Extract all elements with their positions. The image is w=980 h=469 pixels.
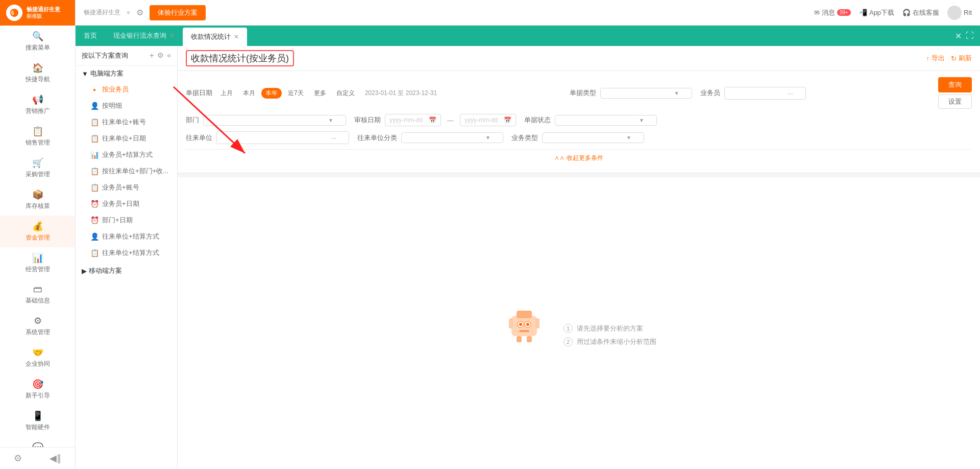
scheme-item-dept-date[interactable]: ⏰ 部门+日期 (76, 212, 177, 228)
scheme-item-partner-settle1[interactable]: 👤 往来单位+结算方式 (76, 228, 177, 245)
review-date-start[interactable]: yyyy-mm-dd 📅 (385, 114, 441, 126)
svg-rect-3 (517, 311, 532, 318)
sidebar-item-inventory[interactable]: 📦 库存核算 (0, 184, 75, 216)
app-logo: 6 畅捷通好生意 标准版 (0, 0, 75, 26)
sidebar-item-purchase[interactable]: 🛒 采购管理 (0, 152, 75, 184)
sidebar-item-enterprise[interactable]: 🤝 企业协同 (0, 342, 75, 373)
calendar-end-icon[interactable]: 📅 (504, 116, 511, 124)
scheme-item-partner-account[interactable]: 📋 往来单位+账号 (76, 114, 177, 130)
top-header: 畅捷通好生意 ▾ ⚙ 体验行业方案 ✉ 消息 99+ 📲 App下载 🎧 在线客… (76, 0, 980, 26)
scheme-item-partner-date[interactable]: 📋 往来单位+日期 (76, 130, 177, 147)
mobile-section-title[interactable]: ▶ 移动端方案 (76, 263, 177, 278)
settings-button[interactable]: 设置 (938, 95, 972, 109)
partner-category-select[interactable]: ▼ (401, 132, 503, 143)
trial-button[interactable]: 体验行业方案 (150, 5, 206, 20)
date-tab-more[interactable]: 更多 (310, 88, 330, 99)
salesperson-dots[interactable]: ··· (788, 89, 793, 97)
header-left: 畅捷通好生意 ▾ ⚙ 体验行业方案 (84, 5, 206, 20)
query-button[interactable]: 查询 (938, 77, 972, 92)
empty-step-1: 1 请先选择要分析的方案 (564, 324, 656, 333)
date-tab-custom[interactable]: 自定义 (332, 88, 359, 99)
date-tab-this-month[interactable]: 本月 (239, 88, 259, 99)
tab-collection-stats[interactable]: 收款情况统计 ✕ (183, 28, 247, 46)
system-icon: ⚙ (34, 315, 42, 326)
partner-select[interactable]: ··· (216, 131, 349, 144)
message-icon: ✉ (814, 9, 820, 16)
salesperson-select[interactable]: ··· (724, 87, 806, 100)
sidebar-item-newbie[interactable]: 🎯 新手引导 (0, 373, 75, 405)
sidebar-item-operation[interactable]: 📊 经营管理 (0, 247, 75, 279)
tab-close-all-btn[interactable]: ✕ (955, 31, 962, 41)
review-date-end-placeholder: yyyy-mm-dd (464, 116, 498, 124)
scheme-item-by-salesperson[interactable]: ● 按业务员 (76, 81, 177, 98)
sidebar-item-smart-hw[interactable]: 📱 智能硬件 (0, 405, 75, 437)
biz-type-arrow: ▼ (626, 135, 631, 140)
online-support-btn[interactable]: 🎧 在线客服 (902, 8, 939, 17)
doc-type-select[interactable]: ▼ (600, 88, 692, 99)
scheme-item-salesperson-date[interactable]: ⏰ 业务员+日期 (76, 196, 177, 212)
partner-dots[interactable]: ··· (331, 134, 336, 142)
notification-btn[interactable]: ✉ 消息 99+ (814, 8, 851, 17)
tab-bank-flow[interactable]: 现金银行流水查询 ✕ (105, 26, 183, 46)
left-panel-header: 按以下方案查询 + ⚙ « (76, 46, 177, 66)
export-button[interactable]: ↑ 导出 (926, 54, 945, 63)
date-tab-this-year[interactable]: 本年 (261, 88, 282, 99)
refresh-button[interactable]: ↻ 刷新 (951, 54, 972, 63)
sidebar-item-finance[interactable]: 💰 资金管理 (0, 216, 75, 247)
tab-home[interactable]: 首页 (76, 26, 105, 46)
header-gear-btn[interactable]: ⚙ (136, 8, 143, 17)
salesperson-settle-icon: 📊 (90, 151, 99, 159)
add-scheme-btn[interactable]: + (150, 51, 154, 60)
sidebar: 6 畅捷通好生意 标准版 🔍 搜索菜单 🏠 快捷导航 📢 营销推广 📋 销售管理… (0, 0, 76, 469)
biz-type-select[interactable]: ▼ (542, 132, 644, 143)
enterprise-icon: 🤝 (32, 347, 43, 358)
sidebar-item-sales[interactable]: 📋 销售管理 (0, 121, 75, 152)
quick-nav-icon: 🏠 (32, 62, 43, 74)
partner-label: 往来单位 (186, 133, 212, 143)
collapse-label: 收起更多条件 (567, 154, 603, 161)
sidebar-item-quick-nav[interactable]: 🏠 快捷导航 (0, 57, 75, 89)
collapse-more-btn[interactable]: ∧∧ 收起更多条件 (186, 149, 972, 167)
partner-date-label: 往来单位+日期 (102, 134, 146, 143)
sidebar-settings-btn[interactable]: ⚙ (14, 453, 22, 464)
sidebar-item-marketing[interactable]: 📢 营销推广 (0, 89, 75, 121)
salesperson-date-icon: ⏰ (90, 200, 99, 208)
review-date-label: 审核日期 (354, 115, 381, 125)
tab-close-bank-flow[interactable]: ✕ (169, 32, 175, 39)
doc-status-select[interactable]: ▼ (555, 115, 657, 126)
doc-status-label: 单据状态 (524, 115, 551, 125)
calendar-start-icon[interactable]: 📅 (429, 116, 436, 124)
desktop-section-title[interactable]: ▼ 电脑端方案 (76, 66, 177, 81)
panel-collapse-btn[interactable]: « (167, 51, 171, 60)
sidebar-item-basic-info[interactable]: 🗃 基础信息 (0, 279, 75, 310)
review-date-end[interactable]: yyyy-mm-dd 📅 (460, 114, 516, 126)
scheme-item-by-details[interactable]: 👤 按明细 (76, 98, 177, 114)
user-area[interactable]: Rit (947, 6, 972, 20)
sidebar-item-system[interactable]: ⚙ 系统管理 (0, 310, 75, 342)
desktop-expand-icon: ▼ (82, 70, 88, 78)
date-tab-7days[interactable]: 近7天 (284, 88, 308, 99)
dept-select[interactable]: ▼ (203, 115, 346, 126)
search-menu-icon: 🔍 (32, 31, 43, 42)
breadcrumb: 畅捷通好生意 (84, 8, 120, 17)
partner-settle2-icon: 📋 (90, 249, 99, 257)
tab-close-collection-stats[interactable]: ✕ (234, 33, 239, 40)
scheme-item-partner-settle2[interactable]: 📋 往来单位+结算方式 (76, 245, 177, 261)
scheme-settings-btn[interactable]: ⚙ (157, 51, 164, 60)
sidebar-item-label: 销售管理 (26, 138, 50, 147)
sidebar-item-search-menu[interactable]: 🔍 搜索菜单 (0, 26, 75, 57)
svg-rect-9 (509, 318, 513, 329)
date-tab-last-month[interactable]: 上月 (216, 88, 237, 99)
sidebar-collapse-btn[interactable]: ◀‖ (50, 453, 61, 464)
support-icon: 🎧 (902, 9, 911, 16)
scheme-item-salesperson-account[interactable]: 📋 业务员+账号 (76, 179, 177, 196)
tab-maximize-btn[interactable]: ⛶ (966, 31, 974, 40)
sidebar-item-wechat[interactable]: 💬 企业微信 (0, 437, 75, 447)
scheme-item-by-partner-dept[interactable]: 📋 按往来单位+部门+收... (76, 163, 177, 179)
dept-field: 部门 ▼ (186, 115, 346, 126)
sidebar-item-label: 智能硬件 (26, 423, 50, 432)
app-download-btn[interactable]: 📲 App下载 (859, 8, 894, 17)
svg-rect-11 (517, 336, 522, 342)
sidebar-item-label: 经营管理 (26, 265, 50, 274)
scheme-item-salesperson-settle[interactable]: 📊 业务员+结算方式 (76, 147, 177, 163)
